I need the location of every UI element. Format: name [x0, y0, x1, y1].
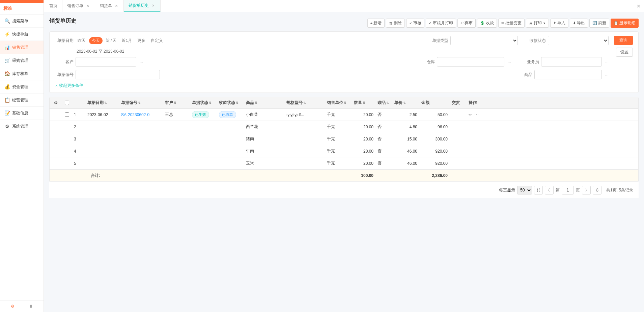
table-row: 2 西兰花 千克 20.00 否 4.80 96.00 [50, 121, 638, 133]
sidebar-item-label: 快捷导航 [12, 31, 28, 37]
filter-right-actions: 查询 设置 [614, 36, 633, 57]
print-dropdown-icon: ▼ [543, 22, 546, 25]
filter-goods-dots[interactable]: ... [605, 72, 609, 77]
sidebar-item-operations[interactable]: 📋 经营管理 [0, 94, 44, 107]
sidebar-item-inventory[interactable]: 🏠 库存核算 [0, 67, 44, 80]
td-goods-4: 牛肉 [244, 146, 284, 156]
tab-sales-goods[interactable]: 销货单 ✕ [95, 0, 124, 12]
td-check-1[interactable] [62, 110, 72, 119]
sidebar-bottom-icon2[interactable]: ⏸ [29, 304, 33, 309]
refresh-button[interactable]: 🔄 刷新 [589, 19, 609, 28]
tab-sales-history-close[interactable]: ✕ [151, 3, 156, 8]
more-icon-1[interactable]: ⋯ [474, 112, 479, 117]
review-button[interactable]: ✓ 审核 [406, 19, 424, 28]
filter-warehouse-input[interactable] [437, 57, 504, 67]
th-status[interactable]: 单据状态 ⇅ [190, 97, 217, 108]
tab-sales-history[interactable]: 销货单历史 ✕ [124, 0, 161, 12]
abandon-button[interactable]: ↩ 弃审 [457, 19, 476, 28]
filter-customer-dots[interactable]: ... [140, 59, 143, 64]
td-action-5 [467, 161, 490, 166]
th-status-sort-icon: ⇅ [209, 101, 212, 105]
th-settings[interactable]: ⚙ [50, 97, 62, 108]
th-goods[interactable]: 商品 ⇅ [244, 97, 284, 108]
th-gift[interactable]: 赠品 ⇅ [375, 97, 392, 108]
page-number-input[interactable] [562, 186, 574, 194]
filter-order-no-input[interactable] [76, 70, 160, 79]
tab-sales-order-close[interactable]: ✕ [85, 4, 90, 8]
print-button[interactable]: 🖨 打印 ▼ [526, 19, 549, 28]
date-btn-more[interactable]: 更多 [135, 37, 147, 44]
filter-customer-input[interactable] [76, 57, 136, 67]
delete-button[interactable]: 🗑 删除 [386, 19, 405, 28]
set-button[interactable]: 设置 [616, 48, 633, 57]
sidebar-item-search-menu[interactable]: 🔍 搜索菜单 [0, 15, 44, 28]
last-page-button[interactable]: ⟩⟩ [593, 186, 601, 194]
next-page-button[interactable]: ⟩ [582, 186, 591, 194]
th-date[interactable]: 单据日期 ⇅ [85, 97, 119, 108]
th-spec[interactable]: 规格型号 ⇅ [284, 97, 325, 108]
show-detail-button[interactable]: 📋 显示明细 [611, 19, 639, 28]
first-page-button[interactable]: ⟨⟨ [534, 186, 543, 194]
order-link-1[interactable]: SA-20230602-0 [121, 112, 149, 117]
tab-sales-order[interactable]: 销售订单 ✕ [62, 0, 95, 12]
td-qty-4: 20.00 [352, 147, 375, 156]
td-num-3: 3 [72, 134, 85, 144]
tab-bar-close-all[interactable]: ✕ [637, 3, 644, 9]
date-btn-custom[interactable]: 自定义 [149, 37, 165, 44]
select-all-checkbox[interactable] [65, 101, 69, 105]
th-pay-status[interactable]: 收款状态 ⇅ [217, 97, 244, 108]
filter-warehouse-dots[interactable]: ... [508, 59, 511, 64]
review-print-button[interactable]: ✓ 审核并打印 [426, 19, 456, 28]
import-button[interactable]: ⬆ 导入 [550, 19, 568, 28]
th-order[interactable]: 单据编号 ⇅ [119, 97, 163, 108]
sidebar-item-purchase-mgmt[interactable]: 🛒 采购管理 [0, 54, 44, 67]
tab-home[interactable]: 首页 [44, 0, 62, 12]
date-btn-today[interactable]: 今天 [89, 37, 103, 44]
date-range-text: 2023-06-02 至 2023-06-02 [77, 49, 124, 54]
filter-order-no-label: 单据编号 [55, 72, 74, 78]
sidebar-item-system[interactable]: ⚙ 系统管理 [0, 120, 44, 133]
tab-sales-goods-close[interactable]: ✕ [114, 4, 119, 8]
sidebar-item-sales-mgmt[interactable]: 📊 销售管理 [0, 41, 44, 54]
td-amount-2: 96.00 [419, 122, 450, 132]
filter-staff-input[interactable] [541, 57, 602, 67]
batch-change-button[interactable]: ✏ 批量变更 [498, 19, 525, 28]
date-btn-7days[interactable]: 近7天 [104, 37, 118, 44]
sidebar-item-quick-nav[interactable]: ⚡ 快捷导航 [0, 28, 44, 41]
date-btn-1month[interactable]: 近1月 [120, 37, 134, 44]
sidebar-item-label: 库存核算 [12, 71, 28, 77]
sidebar-bottom-icon1[interactable]: ⚙ [11, 304, 15, 309]
add-button[interactable]: + 新增 [367, 19, 385, 28]
row-checkbox-1[interactable] [65, 112, 69, 117]
collect-button[interactable]: 💲 收款 [477, 19, 497, 28]
th-qty[interactable]: 数量 ⇅ [352, 97, 375, 108]
filter-type-select[interactable] [450, 36, 518, 45]
filter-pay-status-item: 收款状态 [527, 36, 609, 45]
th-unit[interactable]: 销售单位 ⇅ [325, 97, 352, 108]
th-qty-label: 数量 [354, 100, 362, 106]
td-order-1[interactable]: SA-20230602-0 [119, 110, 163, 120]
import-label: 导入 [557, 20, 565, 26]
sidebar-item-basic-info[interactable]: 📝 基础信息 [0, 107, 44, 120]
td-goods-3: 猪肉 [244, 134, 284, 144]
filter-goods-input[interactable] [534, 70, 602, 79]
collect-label: 收款 [486, 20, 494, 26]
prev-page-button[interactable]: ⟨ [545, 186, 554, 194]
date-btn-yesterday[interactable]: 昨天 [76, 37, 88, 44]
filter-pay-status-select[interactable] [548, 36, 609, 45]
export-button[interactable]: ⬇ 导出 [570, 19, 588, 28]
th-customer[interactable]: 客户 ⇅ [163, 97, 190, 108]
edit-icon-1[interactable]: ✏ [469, 112, 472, 117]
td-action-1: ✏ ⋯ [467, 110, 490, 120]
filter-staff-dots[interactable]: ... [605, 59, 609, 64]
sidebar-item-finance[interactable]: 💰 资金管理 [0, 80, 44, 94]
query-button[interactable]: 查询 [614, 36, 633, 45]
th-price[interactable]: 单价 ⇅ [392, 97, 419, 108]
review-print-label: 审核并打印 [433, 20, 453, 26]
td-trade-5 [450, 161, 467, 166]
td-qty-1: 20.00 [352, 110, 375, 120]
per-page-select[interactable]: 50 [517, 186, 532, 194]
th-check[interactable] [62, 97, 72, 108]
th-trade-label: 交货 [452, 100, 460, 106]
collapse-button[interactable]: ∧ 收起更多条件 [55, 83, 609, 88]
